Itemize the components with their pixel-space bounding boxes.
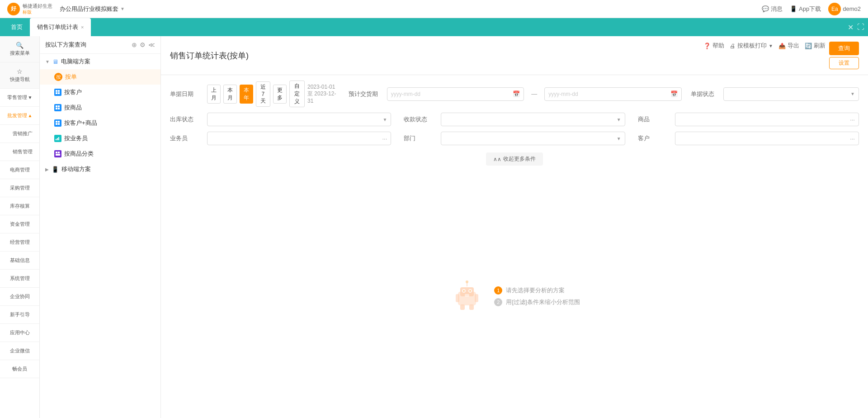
user-menu[interactable]: Ea demo2: [828, 3, 861, 15]
sidebar-item-app-center[interactable]: 应用中心: [0, 324, 39, 342]
svg-rect-2: [56, 92, 57, 94]
close-window-icon[interactable]: ✕: [848, 23, 854, 32]
calendar-end-icon[interactable]: 📅: [670, 90, 678, 97]
sidebar-item-ecommerce[interactable]: 电商管理: [0, 161, 39, 179]
logo-icon: 好: [7, 3, 20, 15]
nav-icon: ☆: [17, 68, 23, 75]
tab-bar: 首页 销售订单统计表 × ✕ ⛶: [0, 18, 868, 36]
sidebar-item-retail[interactable]: 零售管理 ▼: [0, 89, 39, 107]
tab-sales-order[interactable]: 销售订单统计表 ×: [30, 18, 91, 36]
sidebar-item-marketing[interactable]: 营销推广: [0, 125, 39, 143]
expand-icon: ▶: [45, 167, 49, 172]
tree-item-by-salesman[interactable]: 按业务员: [40, 131, 160, 146]
svg-rect-5: [58, 105, 60, 107]
customer-input[interactable]: ···: [675, 132, 859, 145]
status-label: 单据状态: [687, 90, 714, 98]
status-select[interactable]: ▼: [723, 87, 859, 101]
page-header: 销售订单统计表(按单) ❓ 帮助 🖨 按模板打印 ▼: [161, 36, 868, 75]
settings-button[interactable]: 设置: [829, 57, 859, 69]
svg-rect-10: [56, 123, 57, 125]
calendar-icon[interactable]: 📅: [513, 90, 520, 97]
chevron-down-icon: ▼: [617, 136, 621, 141]
last-7days-btn[interactable]: 近7天: [256, 81, 270, 107]
tree-group-mobile[interactable]: ▶ 📱 移动端方案: [40, 162, 160, 177]
collapse-panel-button[interactable]: ≪: [148, 41, 155, 48]
more-options-icon[interactable]: ···: [850, 116, 855, 123]
date-range-divider: —: [529, 90, 539, 97]
sidebar-item-operations[interactable]: 经营管理: [0, 233, 39, 252]
scheme-icon: [54, 135, 61, 142]
svg-rect-16: [58, 152, 60, 153]
last-month-btn[interactable]: 上月: [207, 85, 221, 104]
goods-input[interactable]: ···: [675, 113, 859, 126]
sidebar-item-search[interactable]: 🔍 搜索菜单: [0, 36, 39, 62]
app-download-button[interactable]: 📱 App下载: [790, 5, 821, 13]
tree-item-by-customer-goods[interactable]: 按客户+商品: [40, 115, 160, 131]
left-panel: 按以下方案查询 ⊕ ⚙ ≪ ▼ 🖥 电脑端方案 按 按单: [40, 36, 161, 418]
sidebar-item-inventory[interactable]: 库存核算: [0, 197, 39, 215]
sidebar-item-finance[interactable]: 资金管理: [0, 215, 39, 233]
chevron-down-icon: ▼: [28, 95, 33, 100]
page-title: 销售订单统计表(按单): [170, 50, 249, 61]
svg-point-30: [466, 280, 468, 283]
print-icon: 🖨: [730, 43, 736, 49]
sidebar-item-purchase[interactable]: 采购管理: [0, 179, 39, 197]
sidebar-item-basic-info[interactable]: 基础信息: [0, 252, 39, 270]
workspace-selector[interactable]: 办公用品行业模拟账套 ▼: [56, 3, 128, 15]
expand-icon[interactable]: ⛶: [857, 23, 864, 31]
expected-date-start[interactable]: yyyy-mm-dd 📅: [387, 87, 524, 101]
expected-date-end[interactable]: yyyy-mm-dd 📅: [544, 87, 682, 101]
filter-area: 单据日期 上月 本月 本年 近7天 更多 自定义 2023-01-01 至 20…: [161, 75, 868, 175]
tree-item-by-goods-category[interactable]: 按商品分类: [40, 146, 160, 162]
refresh-button[interactable]: 🔄 刷新: [805, 42, 826, 50]
print-button[interactable]: 🖨 按模板打印 ▼: [730, 42, 773, 50]
settings-scheme-button[interactable]: ⚙: [140, 41, 146, 48]
sidebar-item-member[interactable]: 畅会员: [0, 360, 39, 378]
download-icon: 📱: [790, 5, 797, 12]
svg-rect-3: [58, 92, 60, 94]
scheme-icon: [54, 104, 61, 111]
sidebar-item-cooperation[interactable]: 企业协同: [0, 288, 39, 306]
tree-group-pc[interactable]: ▼ 🖥 电脑端方案: [40, 54, 160, 69]
more-dates-btn[interactable]: 更多: [273, 85, 287, 104]
tree-item-by-goods[interactable]: 按商品: [40, 100, 160, 115]
query-settings-group: 查询 设置: [829, 42, 859, 69]
salesman-input[interactable]: ···: [207, 132, 391, 145]
payment-select[interactable]: ▼: [441, 113, 625, 126]
this-year-btn[interactable]: 本年: [240, 85, 253, 104]
export-button[interactable]: 📤 导出: [778, 42, 799, 50]
sidebar-item-wholesale[interactable]: 批发管理 ▲: [0, 107, 39, 125]
outbound-select[interactable]: ▼: [207, 113, 391, 126]
sidebar-item-quick-nav[interactable]: ☆ 快捷导航: [0, 62, 39, 89]
tree-item-by-customer[interactable]: 按客户: [40, 85, 160, 100]
dept-select[interactable]: ▼: [441, 132, 625, 145]
logo-area: 好 畅捷通好生意 标版: [7, 3, 52, 15]
scheme-icon: [54, 119, 61, 127]
filter-row-1: 单据日期 上月 本月 本年 近7天 更多 自定义 2023-01-01 至 20…: [170, 81, 859, 107]
more-options-icon[interactable]: ···: [382, 135, 387, 142]
this-month-btn[interactable]: 本月: [223, 85, 237, 104]
sidebar-item-wechat[interactable]: 企业微信: [0, 342, 39, 360]
more-options-icon[interactable]: ···: [850, 135, 855, 142]
svg-rect-9: [58, 121, 60, 123]
top-bar-right: 💬 消息 📱 App下载 Ea demo2: [762, 3, 861, 15]
query-button[interactable]: 查询: [829, 42, 859, 55]
sidebar-item-sales[interactable]: 销售管理: [0, 143, 39, 161]
add-scheme-button[interactable]: ⊕: [132, 41, 137, 48]
avatar: Ea: [828, 3, 841, 15]
svg-rect-7: [58, 108, 60, 109]
help-button[interactable]: ❓ 帮助: [703, 42, 724, 50]
svg-rect-14: [58, 137, 59, 140]
chevron-down-icon: ▼: [120, 6, 125, 11]
tab-close-icon[interactable]: ×: [81, 24, 84, 30]
message-button[interactable]: 💬 消息: [762, 5, 783, 13]
tree-item-by-order[interactable]: 按 按单: [40, 69, 160, 85]
page-title-row: 销售订单统计表(按单) ❓ 帮助 🖨 按模板打印 ▼: [170, 42, 859, 69]
svg-rect-28: [469, 304, 474, 310]
tab-home[interactable]: 首页: [4, 18, 30, 36]
sidebar-item-new-user[interactable]: 新手引导: [0, 306, 39, 324]
collapse-filter-button[interactable]: ∧∧ 收起更多条件: [486, 152, 543, 166]
custom-dates-btn[interactable]: 自定义: [289, 81, 305, 107]
svg-rect-24: [465, 294, 469, 297]
sidebar-item-system[interactable]: 系统管理: [0, 270, 39, 288]
